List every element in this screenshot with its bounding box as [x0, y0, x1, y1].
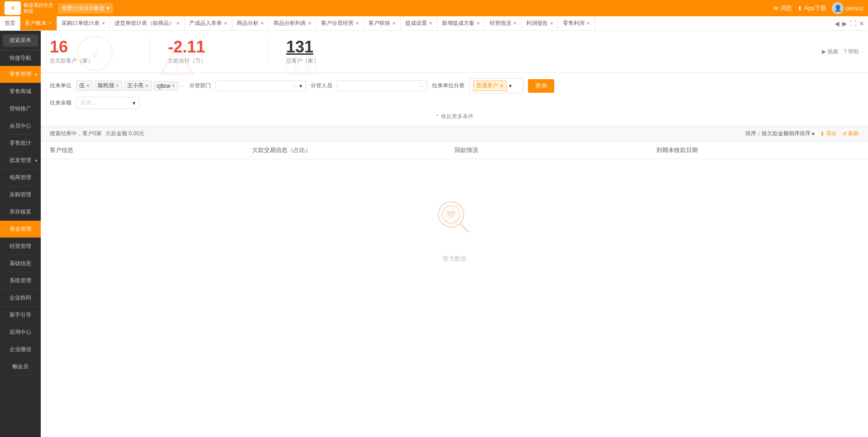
tab-next-icon[interactable]: ▶ — [842, 20, 847, 27]
filter-tag-unit3: 王小亮 ✕ — [124, 81, 152, 91]
sidebar-item-member[interactable]: 畅会员 — [0, 358, 41, 375]
tab-profit-report[interactable]: 利润报告 ✕ — [522, 16, 558, 30]
sidebar-item-purchase[interactable]: 采购管理 — [0, 186, 41, 204]
query-button[interactable]: 查询 — [528, 79, 554, 93]
sidebar-item-system[interactable]: 系统管理 — [0, 272, 41, 290]
sidebar-item-basic-info[interactable]: 基础信息 — [0, 255, 41, 272]
sidebar-item-operation[interactable]: 经营管理 — [0, 238, 41, 255]
empty-icon — [432, 195, 477, 249]
account-selector[interactable]: 母婴行业演示帐套 ▾ — [58, 3, 113, 14]
close-tab-icon[interactable]: ✕ — [550, 21, 553, 26]
sidebar-item-retail-mall[interactable]: 零售商城 — [0, 83, 41, 100]
sidebar-search-area: 搜索菜单 — [0, 31, 41, 51]
remove-tag-3-icon[interactable]: ✕ — [145, 83, 149, 88]
tab-production[interactable]: 产成品入库单 ✕ — [185, 16, 232, 30]
tab-home[interactable]: 首页 — [0, 16, 20, 30]
sidebar-item-enterprise[interactable]: 企业协同 — [0, 290, 41, 307]
tab-goods-analysis-list[interactable]: 商品分析列表 ✕ — [269, 16, 317, 30]
stats-header: ¥ 16 总欠款客户（家） ! — [41, 31, 868, 73]
close-tab-icon[interactable]: ✕ — [308, 21, 312, 26]
collapse-button[interactable]: ⌃ 收起更多条件 — [50, 113, 859, 120]
help-button[interactable]: ? 帮助 — [844, 48, 859, 56]
stat-divider-1 — [149, 38, 150, 65]
remove-category-icon[interactable]: ✕ — [499, 83, 504, 89]
remove-tag-1-icon[interactable]: ✕ — [86, 83, 90, 88]
sidebar-item-newbie[interactable]: 新手引导 — [0, 307, 41, 324]
sidebar-item-finance[interactable]: 资金管理 — [0, 221, 41, 238]
tab-purchase-order[interactable]: 采购订单统计表 ✕ — [57, 16, 110, 30]
main-area: 搜索菜单 快捷导航 零售管理 零售商城 营销推广 会员中心 零售统计 批发管理 … — [0, 31, 868, 437]
sidebar-item-ecommerce[interactable]: 电商管理 — [0, 169, 41, 186]
filter-tag-unit1: 伍 ✕ — [76, 81, 93, 91]
content-area: ¥ 16 总欠款客户（家） ! — [41, 31, 868, 437]
chevron-down-icon: ▾ — [107, 5, 110, 11]
user-menu[interactable]: 👤 demo2 — [832, 2, 863, 14]
quick-nav-button[interactable]: 快捷导航 — [0, 51, 41, 66]
message-button[interactable]: ✉ 消息 — [773, 4, 792, 12]
svg-text:¥: ¥ — [91, 46, 99, 62]
stat-watermark-1: ¥ — [77, 35, 113, 78]
sort-chevron-icon: ▾ — [812, 131, 815, 137]
category-select[interactable]: 普通客户 ✕ ▾ — [469, 78, 523, 93]
logo-text: 畅捷通好生意 标版 — [24, 2, 53, 14]
close-tab-icon[interactable]: ✕ — [355, 21, 359, 26]
close-tab-icon[interactable]: ✕ — [392, 21, 396, 26]
chevron-up-icon: ⌃ — [435, 114, 440, 120]
close-tab-icon[interactable]: ✕ — [586, 21, 590, 26]
tab-commission-setting[interactable]: 提成设置 ✕ — [401, 16, 437, 30]
close-tab-icon[interactable]: ✕ — [48, 21, 52, 26]
close-tab-icon[interactable]: ✕ — [429, 21, 432, 26]
tab-close-all-icon[interactable]: ✕ — [859, 20, 864, 27]
logo-area: ¥ 畅捷通好生意 标版 — [5, 1, 53, 15]
refresh-button[interactable]: ↺ 刷新 — [842, 130, 859, 138]
search-result-info: 搜索结果中，客户0家 欠款金额 0.00元 — [50, 130, 144, 138]
sidebar-item-app-center[interactable]: 应用中心 — [0, 324, 41, 341]
remove-tag-2-icon[interactable]: ✕ — [115, 83, 119, 88]
close-tab-icon[interactable]: ✕ — [101, 21, 105, 26]
tab-customer-contact[interactable]: 客户联络 ✕ — [364, 16, 401, 30]
sidebar: 搜索菜单 快捷导航 零售管理 零售商城 营销推广 会员中心 零售统计 批发管理 … — [0, 31, 41, 437]
sort-button[interactable]: 排序：按欠款金额倒序排序 ▾ — [745, 130, 815, 138]
search-menu-button[interactable]: 搜索菜单 — [3, 34, 38, 47]
tab-prev-icon[interactable]: ◀ — [834, 20, 839, 27]
sidebar-menu: 零售管理 零售商城 营销推广 会员中心 零售统计 批发管理 电商管理 采购管理 … — [0, 66, 41, 437]
close-tab-icon[interactable]: ✕ — [513, 21, 517, 26]
help-icon: ? — [844, 48, 847, 55]
close-tab-icon[interactable]: ✕ — [224, 21, 227, 26]
category-chevron-icon: ▾ — [509, 83, 512, 89]
app-download-button[interactable]: ⬇ App下载 — [797, 4, 826, 12]
close-tab-icon[interactable]: ✕ — [176, 21, 180, 26]
filter-tag-unit2: 陈民强 ✕ — [95, 81, 122, 91]
sidebar-item-inventory[interactable]: 库存核算 — [0, 204, 41, 221]
tab-goods-analysis[interactable]: 商品分析 ✕ — [232, 16, 269, 30]
balance-select[interactable]: 选择... ▾ — [76, 97, 139, 109]
sidebar-item-retail-management[interactable]: 零售管理 — [0, 66, 41, 83]
download-icon: ⬇ — [797, 5, 802, 12]
export-button[interactable]: ⬇ 导出 — [820, 130, 837, 138]
svg-point-12 — [452, 211, 455, 214]
col-header-customer: 客户信息 — [50, 146, 252, 154]
sidebar-item-member-center[interactable]: 会员中心 — [0, 118, 41, 135]
tab-operation[interactable]: 经营情况 ✕ — [485, 16, 522, 30]
svg-rect-5 — [297, 47, 307, 74]
tab-customer-ledger[interactable]: 客户账本 ✕ — [20, 16, 57, 30]
tab-maximize-icon[interactable]: ⛶ — [850, 20, 856, 27]
close-tab-icon[interactable]: ✕ — [476, 21, 480, 26]
tab-customer-layer[interactable]: 客户分层经营 ✕ — [317, 16, 364, 30]
video-help-button[interactable]: ▶ 视频 — [822, 48, 838, 56]
sidebar-item-wechat[interactable]: 企业微信 — [0, 341, 41, 358]
svg-rect-6 — [309, 56, 316, 74]
sidebar-item-wholesale[interactable]: 批发管理 — [0, 152, 41, 169]
tab-retail-profit[interactable]: 零售利润 ✕ — [558, 16, 595, 30]
tab-new-commission[interactable]: 新增提成方案 ✕ — [437, 16, 485, 30]
close-tab-icon[interactable]: ✕ — [260, 21, 264, 26]
unit-filter-label: 往来单位 — [50, 82, 72, 90]
search-actions: 排序：按欠款金额倒序排序 ▾ ⬇ 导出 ↺ 刷新 — [745, 130, 859, 138]
sidebar-item-retail-stats[interactable]: 零售统计 — [0, 135, 41, 152]
sidebar-item-marketing[interactable]: 营销推广 — [0, 100, 41, 118]
table-wrapper: 客户信息 欠款交易信息（占比） 回款情况 到期未收款日期 — [41, 142, 868, 299]
person-select[interactable]: ··· — [337, 81, 427, 91]
stat-number-customers: 16 — [50, 39, 68, 55]
svg-rect-4 — [286, 52, 295, 74]
tab-purchase-stats[interactable]: 进货单统计表（按商品） ✕ — [110, 16, 185, 30]
